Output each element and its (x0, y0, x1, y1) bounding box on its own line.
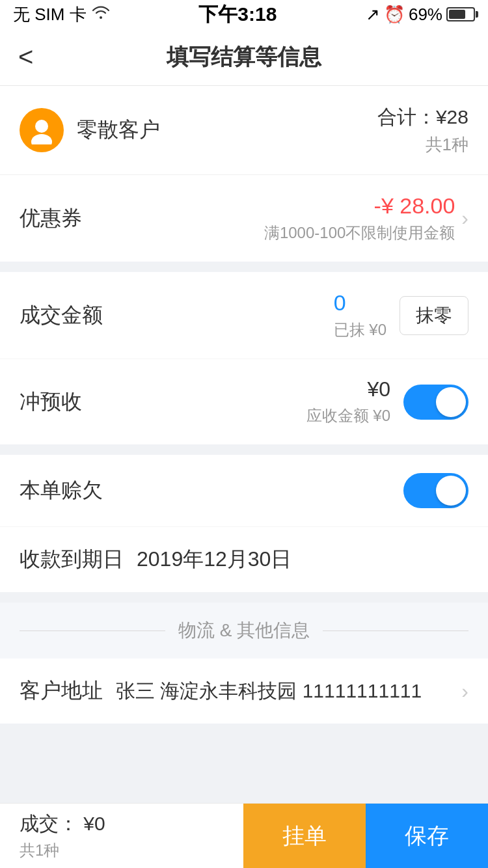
transaction-amount-info: 0 已抹 ¥0 (334, 290, 386, 340)
coupon-right: -¥ 28.00 满1000-100不限制使用金额 › (264, 193, 468, 243)
transaction-amount-sub: 已抹 ¥0 (334, 319, 386, 340)
debt-toggle[interactable] (403, 473, 468, 508)
pending-button[interactable]: 挂单 (243, 804, 366, 868)
wifi-icon (92, 5, 110, 25)
back-button[interactable]: < (18, 42, 33, 72)
coupon-info: -¥ 28.00 满1000-100不限制使用金额 (264, 193, 455, 243)
round-off-button[interactable]: 抹零 (400, 296, 468, 335)
due-date-label: 收款到期日 (20, 545, 124, 574)
logistics-label: 物流 & 其他信息 (178, 618, 310, 643)
customer-summary: 合计：¥28 共1种 (377, 104, 468, 156)
prepay-sub: 应收金额 ¥0 (306, 405, 390, 426)
debt-row: 本单赊欠 (0, 455, 488, 527)
bottom-summary-sub: 共1种 (20, 840, 224, 861)
debt-section: 本单赊欠 收款到期日 2019年12月30日 (0, 455, 488, 592)
coupon-desc: 满1000-100不限制使用金额 (264, 223, 455, 243)
customer-name: 零散客户 (77, 116, 160, 144)
transaction-amount-right: 0 已抹 ¥0 抹零 (334, 290, 468, 340)
bottom-bar: 成交： ¥0 共1种 挂单 保存 (0, 803, 488, 868)
prepay-info: ¥0 应收金额 ¥0 (306, 377, 390, 426)
debt-label: 本单赊欠 (20, 476, 103, 505)
transaction-section: 成交金额 0 已抹 ¥0 抹零 冲预收 ¥0 应收金额 ¥0 (0, 272, 488, 444)
address-chevron-icon: › (461, 679, 468, 703)
status-right: ↗ ⏰ 69% (366, 5, 475, 25)
address-value: 张三 海淀永丰科技园 11111111111 (103, 678, 461, 705)
battery-text: 69% (409, 5, 442, 25)
page-title: 填写结算等信息 (167, 42, 321, 72)
customer-left: 零散客户 (20, 108, 160, 152)
save-button[interactable]: 保存 (366, 804, 488, 868)
divider-right (323, 631, 468, 631)
status-left: 无 SIM 卡 (13, 3, 110, 26)
divider-left (20, 631, 165, 631)
address-section: 客户地址 张三 海淀永丰科技园 11111111111 › (0, 658, 488, 724)
transaction-amount-value[interactable]: 0 (334, 290, 386, 316)
prepay-row: 冲预收 ¥0 应收金额 ¥0 (0, 359, 488, 444)
due-date-value[interactable]: 2019年12月30日 (137, 545, 291, 574)
total-amount: 合计：¥28 (377, 104, 468, 131)
status-time: 下午3:18 (198, 1, 277, 28)
coupon-amount: -¥ 28.00 (264, 193, 455, 219)
total-count: 共1种 (377, 133, 468, 156)
prepay-right: ¥0 应收金额 ¥0 (306, 377, 468, 426)
prepay-amount: ¥0 (306, 377, 390, 401)
nav-bar: < 填写结算等信息 (0, 29, 488, 86)
status-bar: 无 SIM 卡 下午3:18 ↗ ⏰ 69% (0, 0, 488, 29)
coupon-label: 优惠券 (20, 204, 82, 233)
coupon-chevron-icon: › (461, 206, 468, 230)
alarm-icon: ⏰ (384, 5, 405, 25)
svg-point-1 (31, 134, 52, 144)
address-row[interactable]: 客户地址 张三 海淀永丰科技园 11111111111 › (0, 658, 488, 724)
address-label: 客户地址 (20, 677, 103, 705)
prepay-toggle[interactable] (403, 385, 468, 420)
transaction-amount-row: 成交金额 0 已抹 ¥0 抹零 (0, 272, 488, 359)
customer-row: 零散客户 合计：¥28 共1种 (0, 86, 488, 174)
customer-section: 零散客户 合计：¥28 共1种 优惠券 -¥ 28.00 满1000-100不限… (0, 86, 488, 262)
due-date-row: 收款到期日 2019年12月30日 (0, 527, 488, 592)
toggle-knob (436, 387, 466, 417)
avatar (20, 108, 64, 152)
bottom-summary: 成交： ¥0 共1种 (0, 811, 243, 861)
prepay-label: 冲预收 (20, 388, 82, 416)
location-icon: ↗ (366, 5, 380, 25)
carrier-text: 无 SIM 卡 (13, 3, 87, 26)
coupon-row[interactable]: 优惠券 -¥ 28.00 满1000-100不限制使用金额 › (0, 174, 488, 262)
debt-toggle-knob (436, 476, 466, 506)
transaction-amount-label: 成交金额 (20, 301, 103, 330)
bottom-summary-main: 成交： ¥0 (20, 811, 224, 837)
battery-icon (446, 7, 475, 21)
logistics-divider: 物流 & 其他信息 (0, 603, 488, 658)
svg-point-0 (35, 120, 48, 133)
